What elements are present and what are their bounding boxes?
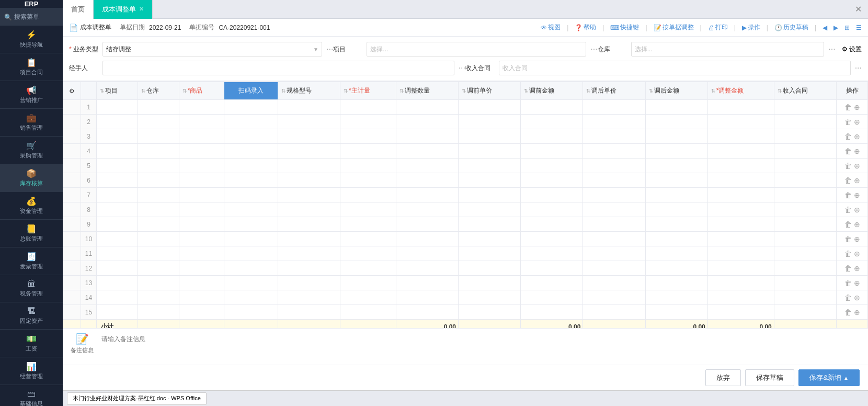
table-cell[interactable] [583,276,645,290]
table-cell[interactable] [396,246,458,261]
table-cell[interactable] [707,232,774,246]
table-cell[interactable] [224,276,278,290]
table-cell[interactable] [645,115,707,129]
table-cell[interactable] [459,144,521,159]
income-contract-more[interactable]: ··· [855,63,862,73]
table-cell[interactable] [224,305,278,320]
table-cell[interactable] [521,202,583,217]
table-cell[interactable] [179,217,224,232]
table-cell[interactable] [583,246,645,261]
table-cell[interactable] [459,115,521,129]
delete-icon[interactable]: 🗑 [844,279,852,287]
table-cell[interactable] [707,159,774,173]
col-project[interactable]: ⇅项目 [97,82,138,100]
table-cell[interactable] [396,129,458,144]
table-cell[interactable] [138,290,179,305]
table-cell[interactable] [97,232,138,246]
table-cell[interactable] [340,217,396,232]
table-cell[interactable] [278,115,340,129]
table-cell[interactable] [645,246,707,261]
action-list-icon[interactable]: ☰ [856,24,862,31]
table-cell[interactable] [774,246,836,261]
table-cell[interactable] [224,261,278,276]
col-after-price[interactable]: ⇅调后单价 [583,82,645,100]
table-cell[interactable] [224,100,278,115]
tab-close-icon[interactable]: ✕ [139,6,144,13]
table-cell[interactable] [645,144,707,159]
table-cell[interactable] [707,276,774,290]
table-cell[interactable] [278,202,340,217]
table-cell[interactable] [583,202,645,217]
table-cell[interactable] [521,246,583,261]
table-cell[interactable] [583,188,645,202]
table-cell[interactable] [138,202,179,217]
table-cell[interactable] [278,100,340,115]
table-cell[interactable] [340,276,396,290]
delete-icon[interactable]: 🗑 [844,308,852,317]
table-cell[interactable] [97,305,138,320]
table-cell[interactable] [774,100,836,115]
table-cell[interactable] [645,100,707,115]
remarks-input[interactable] [99,333,862,352]
delete-icon[interactable]: 🗑 [844,103,852,111]
table-cell[interactable] [645,290,707,305]
table-cell[interactable] [396,305,458,320]
col-settings[interactable]: ⚙ [63,82,81,100]
action-history[interactable]: 🕐 历史草稿 [774,23,808,32]
table-cell[interactable] [179,100,224,115]
delete-icon[interactable]: 🗑 [844,235,852,243]
table-cell[interactable] [138,246,179,261]
table-cell[interactable] [396,290,458,305]
table-cell[interactable] [224,129,278,144]
table-cell[interactable] [583,232,645,246]
table-cell[interactable] [97,115,138,129]
table-cell[interactable] [138,173,179,188]
table-cell[interactable] [340,246,396,261]
table-cell[interactable] [278,276,340,290]
sidebar-item-payroll[interactable]: 💵 工资 [0,330,63,357]
table-cell[interactable] [278,246,340,261]
sidebar-item-tax-mgmt[interactable]: 🏛 税务管理 [0,275,63,302]
table-cell[interactable] [224,115,278,129]
table-cell[interactable] [707,202,774,217]
table-cell[interactable] [774,188,836,202]
table-cell[interactable] [459,232,521,246]
table-cell[interactable] [97,188,138,202]
copy-icon[interactable]: ⊕ [854,294,860,302]
table-cell[interactable] [278,173,340,188]
table-cell[interactable] [459,100,521,115]
table-cell[interactable] [97,173,138,188]
table-cell[interactable] [583,290,645,305]
table-cell[interactable] [97,290,138,305]
save-new-dropdown-icon[interactable]: ▲ [843,375,849,381]
table-cell[interactable] [224,188,278,202]
table-cell[interactable] [278,290,340,305]
table-cell[interactable] [179,261,224,276]
action-batch-adjust[interactable]: 📝 按单据调整 [654,23,694,32]
table-cell[interactable] [583,159,645,173]
table-cell[interactable] [396,261,458,276]
window-close-button[interactable]: ✕ [849,4,868,14]
table-cell[interactable] [97,129,138,144]
table-cell[interactable] [138,188,179,202]
table-cell[interactable] [459,202,521,217]
table-cell[interactable] [179,159,224,173]
table-cell[interactable] [459,217,521,232]
action-nav-prev[interactable]: ◀ [823,24,827,31]
table-cell[interactable] [97,144,138,159]
delete-icon[interactable]: 🗑 [844,176,852,185]
table-cell[interactable] [645,232,707,246]
table-cell[interactable] [774,290,836,305]
table-cell[interactable] [138,217,179,232]
table-cell[interactable] [583,217,645,232]
table-cell[interactable] [774,202,836,217]
tab-cost-adjust[interactable]: 成本调整单 ✕ [94,0,153,19]
table-cell[interactable] [583,173,645,188]
table-cell[interactable] [396,188,458,202]
table-cell[interactable] [278,305,340,320]
table-cell[interactable] [707,115,774,129]
table-cell[interactable] [521,129,583,144]
table-cell[interactable] [583,129,645,144]
table-cell[interactable] [583,144,645,159]
table-cell[interactable] [459,276,521,290]
